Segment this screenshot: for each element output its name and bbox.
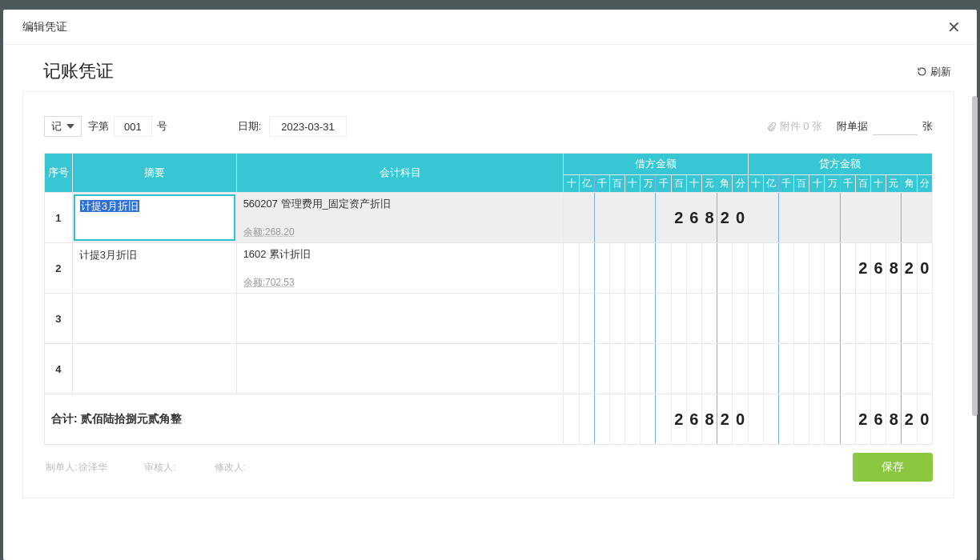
digit-cell[interactable] (733, 243, 748, 294)
digit-cell[interactable] (641, 193, 656, 243)
digit-cell[interactable] (809, 394, 825, 445)
subject-balance[interactable]: 余额:268.20 (243, 226, 557, 239)
digit-cell[interactable] (840, 294, 855, 344)
digit-cell[interactable] (579, 344, 594, 394)
digit-cell[interactable] (763, 243, 778, 294)
digit-cell[interactable] (686, 243, 701, 294)
digit-cell[interactable] (917, 294, 933, 344)
digit-cell[interactable] (825, 344, 840, 394)
digit-cell[interactable] (855, 193, 870, 243)
digit-cell[interactable] (778, 243, 793, 294)
digit-cell[interactable]: 2 (671, 193, 686, 243)
digit-cell[interactable] (886, 193, 902, 243)
digit-cell[interactable] (748, 394, 763, 445)
digit-cell[interactable] (840, 193, 855, 243)
digit-cell[interactable] (656, 243, 671, 294)
digit-cell[interactable] (748, 243, 763, 294)
digit-cell[interactable] (763, 193, 778, 243)
digit-cell[interactable] (701, 344, 717, 394)
digit-cell[interactable] (825, 394, 840, 445)
digit-cell[interactable]: 2 (855, 243, 870, 294)
digit-cell[interactable] (641, 243, 656, 294)
digit-cell[interactable] (594, 193, 609, 243)
subject-name[interactable]: 1602 累计折旧 (243, 248, 557, 262)
digit-cell[interactable] (609, 193, 625, 243)
digit-cell[interactable] (794, 193, 809, 243)
digit-cell[interactable] (748, 294, 763, 344)
digit-cell[interactable] (656, 294, 671, 344)
digit-cell[interactable] (886, 344, 902, 394)
digit-cell[interactable] (902, 294, 917, 344)
digit-cell[interactable]: 6 (870, 394, 886, 445)
digit-cell[interactable] (748, 344, 763, 394)
digit-cell[interactable] (763, 394, 778, 445)
digit-cell[interactable] (579, 243, 594, 294)
digit-cell[interactable] (579, 294, 594, 344)
summary-input[interactable]: 计提3月折旧 (74, 194, 235, 241)
digit-cell[interactable] (809, 193, 825, 243)
digit-cell[interactable]: 8 (886, 243, 902, 294)
scrollbar[interactable] (972, 96, 978, 416)
digit-cell[interactable] (625, 243, 641, 294)
digit-cell[interactable]: 2 (717, 193, 733, 243)
digit-cell[interactable] (840, 344, 855, 394)
digit-cell[interactable] (656, 193, 671, 243)
digit-cell[interactable] (778, 394, 793, 445)
digit-cell[interactable]: 2 (671, 394, 686, 445)
digit-cell[interactable] (825, 243, 840, 294)
digit-cell[interactable] (609, 394, 625, 445)
digit-cell[interactable] (609, 344, 625, 394)
digit-cell[interactable] (594, 243, 609, 294)
digit-cell[interactable]: 8 (886, 394, 902, 445)
digit-cell[interactable] (809, 294, 825, 344)
digit-cell[interactable] (855, 294, 870, 344)
digit-cell[interactable] (564, 294, 579, 344)
digit-cell[interactable] (671, 294, 686, 344)
subject-balance[interactable]: 余额:702.53 (243, 276, 557, 290)
digit-cell[interactable] (564, 193, 579, 243)
digit-cell[interactable] (809, 344, 825, 394)
digit-cell[interactable] (717, 243, 733, 294)
digit-cell[interactable] (763, 344, 778, 394)
summary-text[interactable] (73, 294, 236, 303)
digit-cell[interactable] (594, 294, 609, 344)
digit-cell[interactable] (641, 294, 656, 344)
digit-cell[interactable] (701, 294, 717, 344)
digit-cell[interactable] (686, 344, 701, 394)
digit-cell[interactable] (778, 193, 793, 243)
digit-cell[interactable]: 8 (701, 193, 717, 243)
digit-cell[interactable] (625, 344, 641, 394)
digit-cell[interactable]: 0 (917, 394, 933, 445)
digit-cell[interactable] (917, 193, 933, 243)
digit-cell[interactable]: 6 (686, 394, 701, 445)
digit-cell[interactable] (870, 193, 886, 243)
digit-cell[interactable] (656, 394, 671, 445)
digit-cell[interactable]: 2 (902, 394, 917, 445)
digit-cell[interactable] (794, 294, 809, 344)
digit-cell[interactable] (564, 344, 579, 394)
digit-cell[interactable] (870, 294, 886, 344)
digit-cell[interactable] (840, 243, 855, 294)
save-button[interactable]: 保存 (853, 453, 933, 482)
attachments-link[interactable]: 附件 0 张 (766, 119, 822, 134)
digit-cell[interactable] (794, 394, 809, 445)
voucher-prefix-select[interactable]: 记 (44, 116, 82, 137)
date-input[interactable]: 2023-03-31 (269, 116, 347, 137)
digit-cell[interactable] (794, 344, 809, 394)
digit-cell[interactable] (778, 344, 793, 394)
digit-cell[interactable]: 2 (717, 394, 733, 445)
refresh-button[interactable]: 刷新 (917, 65, 951, 79)
digit-cell[interactable] (671, 344, 686, 394)
digit-cell[interactable] (748, 193, 763, 243)
digit-cell[interactable] (809, 243, 825, 294)
digit-cell[interactable] (625, 193, 641, 243)
digit-cell[interactable] (840, 394, 855, 445)
subject-name[interactable]: 560207 管理费用_固定资产折旧 (243, 198, 557, 211)
digit-cell[interactable] (917, 344, 933, 394)
digit-cell[interactable] (594, 344, 609, 394)
digit-cell[interactable] (579, 193, 594, 243)
summary-text[interactable] (73, 344, 236, 354)
digit-cell[interactable] (609, 243, 625, 294)
digit-cell[interactable] (671, 243, 686, 294)
digit-cell[interactable]: 6 (686, 193, 701, 243)
